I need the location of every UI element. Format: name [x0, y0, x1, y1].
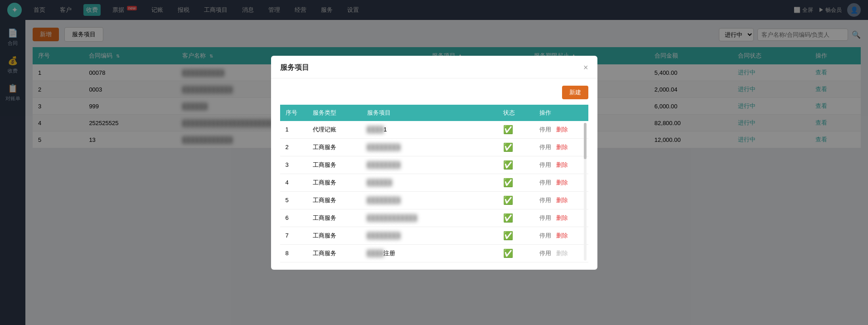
status-active-icon: ✅ [503, 196, 513, 205]
status-active-icon: ✅ [503, 178, 513, 187]
modal-col-status: 状态 [498, 105, 534, 121]
stop-button[interactable]: 停用 [539, 161, 551, 168]
modal-col-action: 操作 [534, 105, 588, 121]
list-item: 2 工商服务 ████████ ✅ 停用 删除 [280, 138, 588, 156]
list-item: 1 代理记账 ████1 ✅ 停用 删除 [280, 121, 588, 139]
modal-overlay: 服务项目 × 新建 序号 服务类型 服务项目 状态 操作 [0, 0, 868, 325]
stop-button[interactable]: 停用 [539, 144, 551, 150]
list-item: 6 工商服务 ████████████ ✅ 停用 删除 [280, 209, 588, 227]
modal-col-item: 服务项目 [362, 105, 498, 121]
modal-col-type: 服务类型 [307, 105, 362, 121]
status-active-icon: ✅ [503, 125, 513, 134]
delete-button[interactable]: 删除 [556, 179, 568, 186]
status-active-icon: ✅ [503, 160, 513, 170]
delete-button[interactable]: 删除 [556, 232, 568, 239]
service-modal: 服务项目 × 新建 序号 服务类型 服务项目 状态 操作 [271, 56, 597, 270]
list-item: 8 工商服务 ████注册 ✅ 停用 删除 [280, 244, 588, 262]
delete-button[interactable]: 删除 [556, 250, 568, 257]
list-item: 4 工商服务 ██████ ✅ 停用 删除 [280, 174, 588, 191]
delete-button[interactable]: 删除 [556, 144, 568, 150]
modal-toolbar: 新建 [280, 86, 588, 99]
status-active-icon: ✅ [503, 213, 513, 223]
delete-button[interactable]: 删除 [556, 161, 568, 168]
stop-button[interactable]: 停用 [539, 232, 551, 239]
modal-new-button[interactable]: 新建 [562, 86, 588, 99]
scrollbar-thumb[interactable] [584, 123, 587, 159]
modal-table: 序号 服务类型 服务项目 状态 操作 1 代理记账 ████1 ✅ [280, 105, 588, 262]
list-item: 5 工商服务 ████████ ✅ 停用 删除 [280, 191, 588, 209]
status-active-icon: ✅ [503, 249, 513, 258]
delete-button[interactable]: 删除 [556, 214, 568, 221]
modal-title: 服务项目 [280, 63, 309, 73]
stop-button[interactable]: 停用 [539, 126, 551, 133]
status-active-icon: ✅ [503, 231, 513, 240]
modal-close-button[interactable]: × [583, 63, 588, 73]
delete-button[interactable]: 删除 [556, 197, 568, 204]
list-item: 7 工商服务 ████████ ✅ 停用 删除 [280, 227, 588, 244]
status-active-icon: ✅ [503, 143, 513, 152]
modal-body: 新建 序号 服务类型 服务项目 状态 操作 [271, 78, 597, 270]
stop-button[interactable]: 停用 [539, 179, 551, 186]
stop-button[interactable]: 停用 [539, 197, 551, 204]
scrollbar-track[interactable] [584, 123, 587, 261]
modal-col-seq: 序号 [280, 105, 307, 121]
stop-button[interactable]: 停用 [539, 250, 551, 257]
delete-button[interactable]: 删除 [556, 126, 568, 133]
modal-header: 服务项目 × [271, 56, 597, 78]
list-item: 3 工商服务 ████████ ✅ 停用 删除 [280, 156, 588, 174]
stop-button[interactable]: 停用 [539, 214, 551, 221]
